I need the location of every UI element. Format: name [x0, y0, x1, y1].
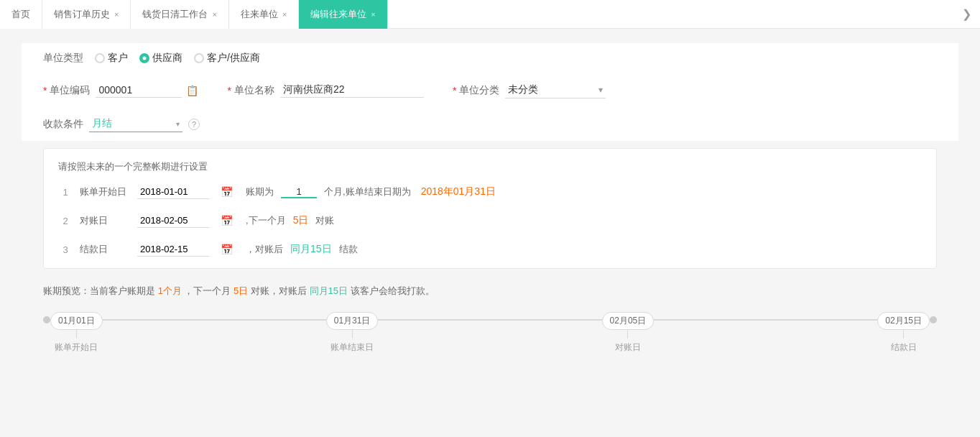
preview-section: 账期预览：当前客户账期是 1个月 ，下一个月 5日 对账，对账后 同月15日 该… — [22, 276, 958, 298]
unit-code-icon[interactable]: 📋 — [186, 85, 198, 96]
unit-type-label: 单位类型 — [43, 52, 83, 65]
tab-home-label: 首页 — [11, 8, 30, 21]
tab-cash-work-label: 钱货日清工作台 — [142, 8, 208, 21]
period-end-date-1: 2018年01月31日 — [421, 185, 496, 198]
tab-partner-label: 往来单位 — [241, 8, 278, 21]
period-suffix-2b: 对账 — [315, 214, 334, 227]
payment-terms-label: 收款条件 — [43, 118, 83, 131]
radio-supplier-circle — [139, 53, 149, 63]
unit-category-label: 单位分类 — [459, 84, 499, 97]
timeline-line-bar: 01月01日 账单开始日 01月31日 账单结束日 02月05日 对账日 — [50, 319, 930, 321]
period-title: 请按照未来的一个完整帐期进行设置 — [58, 160, 922, 173]
preview-highlight2: 5日 — [234, 285, 248, 296]
period-label-3: 结款日 — [80, 243, 130, 256]
period-row-1: 1 账单开始日 📅 账期为 个月,账单结束日期为 2018年01月31日 — [58, 185, 922, 199]
unit-name-input[interactable] — [280, 83, 424, 98]
timeline-point-2: 01月31日 账单结束日 — [326, 312, 379, 354]
unit-category-value: 未分类 — [508, 83, 593, 96]
timeline-label-3: 对账日 — [615, 341, 641, 354]
timeline-badge-2: 01月31日 — [326, 312, 379, 330]
radio-both[interactable]: 客户/供应商 — [194, 52, 260, 65]
tab-cash-work-close[interactable]: × — [212, 10, 216, 19]
timeline-badge-4: 02月15日 — [877, 312, 930, 330]
timeline-badge-1: 01月01日 — [50, 312, 103, 330]
timeline-start-dot — [43, 316, 50, 323]
preview-suffix: 该客户会给我打款。 — [351, 285, 435, 296]
payment-terms-arrow: ▾ — [176, 120, 180, 128]
unit-category-group: * 单位分类 未分类 ▾ — [453, 82, 606, 98]
tabs-bar: 首页 销售订单历史 × 钱货日清工作台 × 往来单位 × 编辑往来单位 × ❯ — [0, 0, 980, 29]
period-num-1: 1 — [58, 187, 73, 198]
preview-highlight1: 1个月 — [158, 285, 182, 296]
period-months-input[interactable] — [281, 186, 317, 198]
tab-cash-work[interactable]: 钱货日清工作台 × — [131, 0, 228, 29]
timeline-label-2: 账单结束日 — [330, 341, 374, 354]
tab-partner-close[interactable]: × — [282, 10, 287, 19]
timeline-point-1: 01月01日 账单开始日 — [50, 312, 103, 354]
period-date-1[interactable] — [137, 185, 209, 199]
radio-customer-circle — [95, 53, 105, 63]
period-highlight-3: 同月15日 — [290, 243, 332, 256]
unit-details-row: * 单位编码 📋 * 单位名称 * 单位分类 未分类 ▾ — [22, 73, 958, 107]
radio-both-circle — [194, 53, 204, 63]
preview-mid2: 对账，对账后 — [251, 285, 307, 296]
tab-edit-partner-close[interactable]: × — [371, 10, 375, 19]
timeline-line-1 — [76, 330, 77, 339]
timeline-line-3 — [627, 330, 628, 339]
unit-category-star: * — [453, 85, 456, 96]
radio-customer-label: 客户 — [108, 52, 128, 65]
unit-code-group: * 单位编码 📋 — [43, 83, 198, 98]
period-row-2: 2 对账日 📅 ,下一个月 5日 对账 — [58, 213, 922, 228]
radio-both-label: 客户/供应商 — [207, 52, 260, 65]
timeline-label-4: 结款日 — [891, 341, 917, 354]
unit-type-radio-group: 客户 供应商 客户/供应商 — [95, 52, 260, 65]
unit-category-arrow: ▾ — [598, 85, 603, 95]
timeline-line-2 — [352, 330, 353, 339]
tab-edit-partner[interactable]: 编辑往来单位 × — [299, 0, 387, 29]
payment-terms-row: 收款条件 月结 ▾ ? — [22, 107, 958, 141]
timeline-label-1: 账单开始日 — [55, 341, 98, 354]
unit-type-row: 单位类型 客户 供应商 客户/供应商 — [22, 43, 958, 73]
period-suffix-1b: 个月,账单结束日期为 — [324, 185, 411, 198]
unit-name-group: * 单位名称 — [227, 83, 423, 98]
period-cal-1[interactable]: 📅 — [221, 186, 233, 198]
unit-code-input[interactable] — [96, 83, 182, 98]
period-date-2[interactable] — [137, 213, 209, 228]
period-label-1: 账单开始日 — [80, 185, 130, 198]
tabs-expand-button[interactable]: ❯ — [953, 7, 980, 21]
period-cal-3[interactable]: 📅 — [221, 244, 233, 255]
timeline-section: 01月01日 账单开始日 01月31日 账单结束日 02月05日 对账日 — [22, 298, 958, 335]
period-num-3: 3 — [58, 244, 73, 255]
radio-supplier[interactable]: 供应商 — [139, 52, 182, 65]
radio-customer[interactable]: 客户 — [95, 52, 128, 65]
period-box: 请按照未来的一个完整帐期进行设置 1 账单开始日 📅 账期为 个月,账单结束日期… — [43, 148, 937, 269]
tab-partner[interactable]: 往来单位 × — [229, 0, 299, 29]
period-num-2: 2 — [58, 216, 73, 226]
timeline-point-4: 02月15日 结款日 — [877, 312, 930, 354]
unit-code-label: 单位编码 — [50, 84, 90, 97]
period-row-3: 3 结款日 📅 ，对账后 同月15日 结款 — [58, 242, 922, 257]
tab-home[interactable]: 首页 — [0, 0, 42, 29]
period-date-3[interactable] — [137, 242, 209, 257]
period-suffix-3a: ，对账后 — [246, 243, 283, 256]
tab-sales-history[interactable]: 销售订单历史 × — [42, 0, 131, 29]
tab-sales-history-close[interactable]: × — [114, 10, 119, 19]
unit-category-select[interactable]: 未分类 ▾ — [505, 82, 606, 98]
payment-terms-select[interactable]: 月结 ▾ — [89, 116, 182, 132]
unit-name-label: 单位名称 — [234, 84, 274, 97]
period-suffix-1a: 账期为 — [246, 185, 274, 198]
timeline-point-3: 02月05日 对账日 — [602, 312, 655, 354]
main-content: 单位类型 客户 供应商 客户/供应商 * 单位编码 — [0, 29, 980, 437]
period-suffix-2a: ,下一个月 — [246, 214, 286, 227]
period-cal-2[interactable]: 📅 — [221, 215, 233, 226]
radio-supplier-label: 供应商 — [152, 52, 182, 65]
preview-mid1: ，下一个月 — [184, 285, 231, 296]
payment-terms-value: 月结 — [92, 117, 173, 130]
preview-highlight3: 同月15日 — [310, 285, 348, 296]
preview-prefix: 账期预览：当前客户账期是 — [43, 285, 155, 296]
timeline-end-dot — [930, 316, 937, 323]
period-suffix-3b: 结款 — [339, 243, 358, 256]
period-highlight-2: 5日 — [293, 214, 309, 227]
payment-terms-help[interactable]: ? — [188, 119, 200, 130]
tab-sales-history-label: 销售订单历史 — [54, 8, 110, 21]
